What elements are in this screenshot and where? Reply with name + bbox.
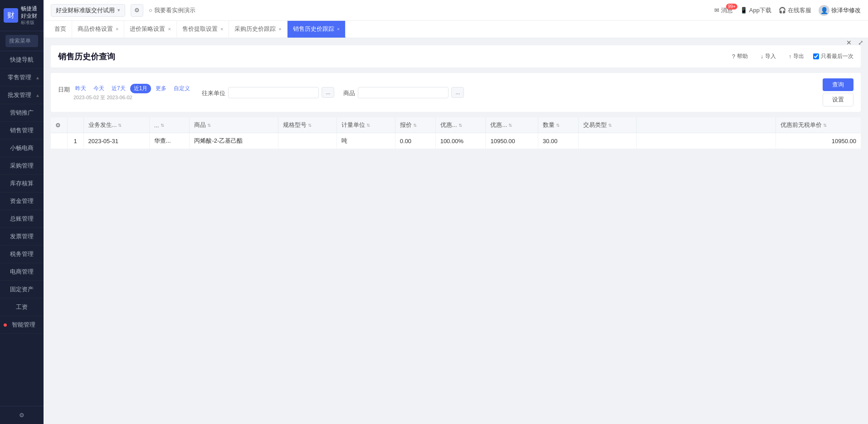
table-header-row: ⚙ 业务发生... ⇅ ... ⇅	[51, 117, 861, 133]
export-button[interactable]: ↑ 导出	[785, 51, 808, 62]
logo-icon: 财	[4, 8, 18, 23]
table-col-discount-pct[interactable]: 优惠... ⇅	[435, 117, 486, 133]
sort-icon: ⇅	[508, 123, 512, 128]
sidebar-item-ledger[interactable]: 总账管理	[0, 210, 44, 228]
sidebar-item-retail[interactable]: 零售管理 ▲	[0, 69, 44, 87]
sidebar-logo: 财 畅捷通好业财 标准版	[0, 0, 44, 31]
sidebar-item-inventory[interactable]: 库存核算	[0, 175, 44, 193]
sidebar-item-sales[interactable]: 销售管理	[0, 122, 44, 140]
sidebar-item-small-ecommerce[interactable]: 小畅电商	[0, 140, 44, 157]
sidebar-search-section: 搜索菜单	[0, 31, 44, 51]
row-product: 丙烯酸-2-乙基己酯	[190, 133, 278, 149]
date-filter-field: 日期 昨天 今天 近7天 近1月 更多 自定义 2023-05-02 至 202…	[58, 84, 193, 101]
search-menu-button[interactable]: 搜索菜单	[5, 35, 38, 47]
date-custom-button[interactable]: 自定义	[171, 84, 193, 93]
version-selector[interactable]: 好业财标准版交付试用 ▾	[51, 4, 125, 17]
incoming-unit-ellipsis-button[interactable]: ...	[322, 87, 334, 98]
sort-icon: ⇅	[556, 123, 560, 128]
product-input[interactable]	[358, 87, 449, 98]
sidebar-item-ecommerce[interactable]: 电商管理	[0, 263, 44, 281]
tab-purchase-history[interactable]: 采购历史价跟踪 ×	[229, 21, 287, 38]
tab-close-icon[interactable]: ×	[116, 26, 118, 32]
query-button[interactable]: 查询	[823, 78, 853, 91]
row-gear	[51, 133, 67, 149]
sidebar-settings-button[interactable]: ⚙	[0, 406, 44, 424]
table-col-price[interactable]: 报价 ⇅	[395, 117, 435, 133]
app-download-button[interactable]: 📱 App下载	[740, 6, 771, 14]
date-more-button[interactable]: 更多	[153, 84, 169, 93]
demo-button[interactable]: ○ 我要看实例演示	[149, 6, 195, 14]
date-today-button[interactable]: 今天	[91, 84, 107, 93]
table-col-unit[interactable]: 计量单位 ⇅	[337, 117, 395, 133]
import-button[interactable]: ↓ 导入	[757, 51, 780, 62]
window-expand-button[interactable]: ⤢	[855, 37, 866, 48]
tab-close-icon[interactable]: ×	[278, 26, 281, 32]
message-button[interactable]: ✉ 消息 99+	[714, 6, 733, 14]
mobile-icon: 📱	[740, 7, 747, 14]
tab-sale-extract[interactable]: 售价提取设置 ×	[177, 21, 229, 38]
user-menu-button[interactable]: 👤 徐泽华修改	[819, 5, 861, 16]
topbar-settings-button[interactable]: ⚙	[131, 4, 143, 17]
date-last7-button[interactable]: 近7天	[109, 84, 128, 93]
tab-close-icon[interactable]: ×	[337, 26, 340, 32]
tab-sale-history[interactable]: 销售历史价跟踪 ×	[288, 21, 346, 38]
table-col-product[interactable]: 商品 ⇅	[190, 117, 278, 133]
gear-icon: ⚙	[134, 7, 140, 14]
tab-home[interactable]: 首页	[49, 21, 72, 38]
help-icon: ?	[732, 53, 735, 60]
table-col-pretax-price[interactable]: 优惠前无税单价 ⇅	[775, 117, 861, 133]
window-close-button[interactable]: ✕	[844, 37, 854, 48]
table-col-biz-date[interactable]: 业务发生... ⇅	[83, 117, 149, 133]
tab-price-settings[interactable]: 商品价格设置 ×	[72, 21, 124, 38]
tab-purchase-strategy[interactable]: 进价策略设置 ×	[124, 21, 176, 38]
message-icon: ✉	[714, 7, 719, 14]
row-num: 1	[67, 133, 83, 149]
page-header-actions: ? 帮助 ↓ 导入 ↑ 导出 只看最后一次	[728, 51, 853, 62]
date-buttons: 昨天 今天 近7天 近1月 更多 自定义	[73, 84, 193, 93]
window-controls: ✕ ⤢	[844, 37, 868, 48]
table-col-num	[67, 117, 83, 133]
gear-icon: ⚙	[19, 412, 24, 419]
sidebar-item-marketing[interactable]: 营销推广	[0, 104, 44, 122]
import-icon: ↓	[761, 53, 763, 60]
row-qty: 30.00	[538, 133, 578, 149]
sidebar-item-payroll[interactable]: 工资	[0, 299, 44, 316]
sidebar-item-purchase[interactable]: 采购管理	[0, 157, 44, 175]
incoming-unit-field: 往来单位 ...	[202, 87, 334, 98]
date-range-display: 2023-05-02 至 2023-06-02	[73, 94, 193, 101]
sidebar-item-capital[interactable]: 资金管理	[0, 193, 44, 210]
row-unit: 吨	[337, 133, 395, 149]
product-ellipsis-button[interactable]: ...	[451, 87, 464, 98]
date-last1m-button[interactable]: 近1月	[130, 84, 151, 93]
help-button[interactable]: ? 帮助	[728, 51, 751, 62]
sidebar-item-smart[interactable]: 智能管理	[0, 316, 44, 334]
tab-close-icon[interactable]: ×	[168, 26, 171, 32]
table-col-discount-amt[interactable]: 优惠... ⇅	[486, 117, 538, 133]
sidebar-item-invoice[interactable]: 发票管理	[0, 228, 44, 246]
settings-button[interactable]: 设置	[823, 93, 853, 106]
only-last-checkbox[interactable]	[813, 53, 819, 59]
sidebar-item-quicknav[interactable]: 快捷导航	[0, 51, 44, 69]
headset-icon: 🎧	[779, 7, 786, 14]
table-col-spec[interactable]: 规格型号 ⇅	[278, 117, 337, 133]
sort-icon: ⇅	[207, 123, 211, 128]
online-service-button[interactable]: 🎧 在线客服	[779, 6, 811, 14]
table-col-more[interactable]: ... ⇅	[149, 117, 190, 133]
sort-icon: ⇅	[366, 123, 370, 128]
notification-dot	[4, 323, 7, 327]
tabs-bar: 首页 商品价格设置 × 进价策略设置 × 售价提取设置 × 采购历史价跟踪 × …	[44, 21, 868, 38]
data-table: ⚙ 业务发生... ⇅ ... ⇅	[51, 117, 861, 149]
table-col-qty[interactable]: 数量 ⇅	[538, 117, 578, 133]
sidebar-item-wholesale[interactable]: 批发管理 ▲	[0, 87, 44, 104]
table-col-trade-type[interactable]: 交易类型 ⇅	[578, 117, 637, 133]
date-options: 昨天 今天 近7天 近1月 更多 自定义 2023-05-02 至 2023-0…	[73, 84, 193, 101]
sidebar-item-assets[interactable]: 固定资产	[0, 281, 44, 299]
main-content: 好业财标准版交付试用 ▾ ⚙ ○ 我要看实例演示 ✉ 消息 99+ 📱 App下…	[44, 0, 868, 424]
row-discount-pct: 100.00%	[435, 133, 486, 149]
table-col-gear[interactable]: ⚙	[51, 117, 67, 133]
table-col-spacer	[637, 117, 775, 133]
tab-close-icon[interactable]: ×	[220, 26, 223, 32]
sidebar-item-tax[interactable]: 税务管理	[0, 246, 44, 263]
incoming-unit-input[interactable]	[228, 87, 319, 98]
date-yesterday-button[interactable]: 昨天	[73, 84, 89, 93]
